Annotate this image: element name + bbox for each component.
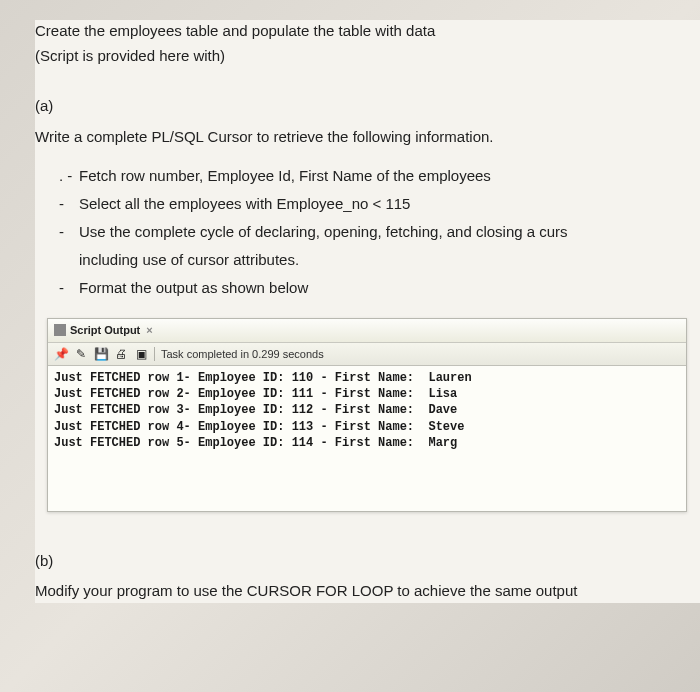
intro-line-2: (Script is provided here with) <box>35 45 700 68</box>
bullet-dash-icon: - <box>55 192 79 216</box>
tab-label: Script Output <box>70 322 140 339</box>
clear-icon[interactable]: ▣ <box>134 347 148 361</box>
part-a-label: (a) <box>35 95 700 118</box>
bullet-text: including use of cursor attributes. <box>79 248 700 272</box>
task-status: Task completed in 0.299 seconds <box>161 346 324 363</box>
save-icon[interactable]: 💾 <box>94 347 108 361</box>
output-line: Just FETCHED row 2- Employee ID: 111 - F… <box>54 386 680 402</box>
output-line: Just FETCHED row 3- Employee ID: 112 - F… <box>54 402 680 418</box>
intro-line-1: Create the employees table and populate … <box>35 20 700 43</box>
panel-tab-bar: Script Output × <box>48 319 686 343</box>
output-line: Just FETCHED row 5- Employee ID: 114 - F… <box>54 435 680 451</box>
bullet-text: Fetch row number, Employee Id, First Nam… <box>79 164 700 188</box>
output-line: Just FETCHED row 1- Employee ID: 110 - F… <box>54 370 680 386</box>
pin-icon[interactable]: 📌 <box>54 347 68 361</box>
bullet-text: Use the complete cycle of declaring, ope… <box>79 220 700 244</box>
bullet-item: - Format the output as shown below <box>55 276 700 300</box>
bullet-text: Select all the employees with Employee_n… <box>79 192 700 216</box>
script-output-panel: Script Output × 📌 ✎ 💾 🖨 ▣ Task completed… <box>47 318 687 512</box>
part-b-prompt: Modify your program to use the CURSOR FO… <box>35 580 700 603</box>
script-output-tab-icon <box>54 324 66 336</box>
print-icon[interactable]: 🖨 <box>114 347 128 361</box>
panel-toolbar: 📌 ✎ 💾 🖨 ▣ Task completed in 0.299 second… <box>48 343 686 367</box>
bullet-item: - Select all the employees with Employee… <box>55 192 700 216</box>
bullet-text: Format the output as shown below <box>79 276 700 300</box>
pencil-icon[interactable]: ✎ <box>74 347 88 361</box>
output-line: Just FETCHED row 4- Employee ID: 113 - F… <box>54 419 680 435</box>
bullet-dash-icon: - <box>55 220 79 244</box>
part-b-label: (b) <box>35 550 700 573</box>
part-b-section: (b) Modify your program to use the CURSO… <box>35 550 700 603</box>
bullet-item: . - Fetch row number, Employee Id, First… <box>55 164 700 188</box>
bullet-dash-icon: . - <box>55 164 79 188</box>
bullet-item: - Use the complete cycle of declaring, o… <box>55 220 700 244</box>
toolbar-separator <box>154 347 155 361</box>
bullet-dash-icon: - <box>55 276 79 300</box>
part-a-prompt: Write a complete PL/SQL Cursor to retrie… <box>35 126 700 149</box>
bullet-list: . - Fetch row number, Employee Id, First… <box>55 164 700 300</box>
output-body: Just FETCHED row 1- Employee ID: 110 - F… <box>48 366 686 511</box>
document-page: Create the employees table and populate … <box>35 20 700 603</box>
bullet-item: including use of cursor attributes. <box>55 248 700 272</box>
close-icon[interactable]: × <box>146 322 152 339</box>
